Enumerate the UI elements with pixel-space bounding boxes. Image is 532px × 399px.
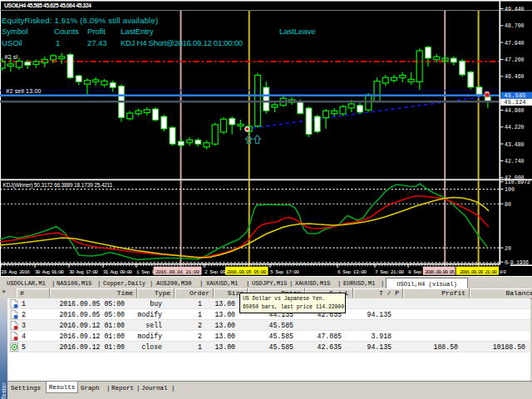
svg-text:49.440: 49.440 — [505, 7, 525, 12]
svg-text:43.480: 43.480 — [505, 142, 525, 148]
svg-text:LastLeave: LastLeave — [279, 27, 315, 36]
svg-text:USOil: USOil — [2, 38, 22, 47]
svg-text:1: 1 — [56, 38, 60, 47]
svg-text:110.8972: 110.8972 — [505, 180, 530, 185]
svg-text:5 Sep 17:00: 5 Sep 17:00 — [270, 269, 299, 275]
svg-text:42.740: 42.740 — [505, 159, 525, 165]
svg-text:100: 100 — [505, 187, 515, 193]
svg-text:2016.09.05 05:00: 2016.09.05 05:00 — [227, 269, 267, 275]
svg-text:KDJ H4 Short@2016.09.12 01:00:: KDJ H4 Short@2016.09.12 01:00:00 — [121, 38, 243, 47]
svg-text:44.980: 44.980 — [505, 108, 525, 114]
svg-text:80: 80 — [505, 202, 511, 208]
svg-text:00: 00 — [500, 269, 506, 275]
svg-text:2016.09.01 21:00: 2016.09.01 21:00 — [155, 269, 200, 275]
svg-text:2016.09.09 21:00: 2016.09.09 21:00 — [460, 269, 497, 275]
svg-text:29 Aug 2016: 29 Aug 2016 — [1, 269, 30, 275]
svg-text:46.460: 46.460 — [505, 74, 525, 80]
svg-text:Profit: Profit — [87, 27, 106, 36]
svg-text:45.585: 45.585 — [505, 93, 526, 99]
svg-text:45.324: 45.324 — [505, 100, 526, 106]
svg-text:#2 sell 13.00: #2 sell 13.00 — [6, 88, 41, 94]
svg-text:EquityRisked: 1.91% (8.09% sti: EquityRisked: 1.91% (8.09% still availab… — [2, 16, 158, 25]
svg-text:44.220: 44.220 — [505, 125, 525, 131]
svg-text:#2 sl: #2 sl — [5, 54, 18, 60]
svg-text:30 Aug 17:00: 30 Aug 17:00 — [69, 269, 98, 275]
svg-text:47.200: 47.200 — [505, 57, 525, 63]
svg-text:Symbol: Symbol — [2, 27, 27, 36]
svg-text:-9.1936: -9.1936 — [507, 260, 529, 266]
svg-text:20: 20 — [505, 246, 511, 252]
svg-text:7 Sep 21:00: 7 Sep 21:00 — [375, 269, 404, 275]
svg-text:27.43: 27.43 — [87, 38, 107, 47]
svg-text:2016.09.09 05: 2016.09.09 05 — [425, 269, 455, 275]
svg-text:KDJ(Winner) 50.3172 66.3889 18: KDJ(Winner) 50.3172 66.3889 18.1739 25.4… — [3, 182, 113, 189]
svg-text:47.940: 47.940 — [505, 41, 525, 47]
svg-text:6 Sep 13:00: 6 Sep 13:00 — [337, 269, 367, 275]
svg-text:LastEntry: LastEntry — [121, 27, 154, 36]
svg-text:48.700: 48.700 — [505, 23, 525, 29]
svg-text:USOil,H4 45.585 45.625 45.064: USOil,H4 45.585 45.625 45.064 45.324 — [4, 2, 91, 9]
svg-text:30 Aug 01:00: 30 Aug 01:00 — [35, 269, 64, 275]
svg-text:Counts: Counts — [54, 27, 79, 36]
svg-text:31 Aug 09:00: 31 Aug 09:00 — [103, 269, 132, 275]
